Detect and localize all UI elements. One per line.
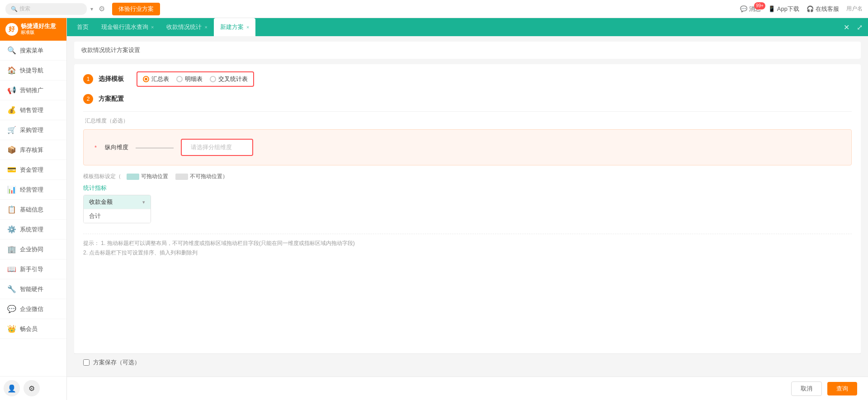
dim-select[interactable]: 请选择分组维度 [181,139,253,156]
indicator-section: 模板指标设定（ 可拖动位置 不可拖动位置） [83,173,852,225]
sidebar-label-collab: 企业协同 [20,245,43,254]
radio-cross-dot [210,76,216,82]
radio-summary-label: 汇总表 [151,75,169,83]
sidebar-label-management: 经营管理 [20,186,43,194]
tab-close-btn[interactable]: ✕ [842,21,851,33]
vertical-dim-label: 纵向维度 [105,143,128,151]
radio-summary-dot [143,76,149,82]
close-new-plan-tab[interactable]: × [246,24,249,30]
basic-icon: 📋 [7,205,16,214]
download-btn[interactable]: 📱 App下载 [768,5,799,13]
tips-section: 提示： 1. 拖动标题栏可以调整布局，不可跨维度或指标区域拖动栏目字段(只能在同… [83,234,852,257]
legend-draggable: 可拖动位置 [127,173,168,180]
template-radio-group: 汇总表 明细表 交叉统计表 [143,75,248,83]
page-header-text: 收款情况统计方案设置 [81,47,140,53]
sidebar-item-search[interactable]: 🔍 搜索菜单 [0,41,66,61]
non-draggable-label: 不可拖动位置） [190,173,228,180]
top-bar: 🔍 搜索 ▾ ⚙ 体验行业方案 💬 消息 99+ 📱 App下载 🎧 在线客服 … [0,0,868,18]
save-label: 方案保存（可选） [93,358,140,367]
sidebar-label-guide: 新手引导 [20,265,43,273]
indicator-col-header-row: 收款金额 ▾ [84,195,151,209]
industry-btn[interactable]: 体验行业方案 [112,3,160,15]
sidebar-item-collab[interactable]: 🏢 企业协同 [0,240,66,259]
support-icon: 🎧 [807,5,814,12]
sidebar-label-basic: 基础信息 [20,206,43,214]
messages-btn[interactable]: 💬 消息 99+ [740,5,761,13]
download-label: App下载 [777,5,799,13]
sidebar-item-guide[interactable]: 📖 新手引导 [0,259,66,279]
sidebar-item-management[interactable]: 📊 经营管理 [0,180,66,200]
user-name[interactable]: 用户名 [846,5,863,13]
dimension-label-text: 汇总维度（必选） [85,118,128,124]
radio-detail[interactable]: 明细表 [176,75,203,83]
tab-cashbank[interactable]: 现金银行流水查询 × [95,18,160,36]
wechat-icon: 💬 [7,305,16,313]
tab-new-plan[interactable]: 新建方案 × [214,18,255,36]
radio-detail-dot [176,76,183,82]
sidebar-label-wechat: 企业微信 [20,305,43,313]
save-checkbox[interactable] [83,359,90,366]
tab-new-plan-label: 新建方案 [220,23,244,31]
indicator-legend: 可拖动位置 不可拖动位置） [127,173,228,180]
dropdown-icon[interactable]: ▾ [90,6,93,12]
sidebar-settings-icon[interactable]: ⚙ [24,380,40,396]
tab-cashbank-label: 现金银行流水查询 [101,23,148,31]
sidebar-item-purchase[interactable]: 🛒 采购管理 [0,120,66,140]
hardware-icon: 🔧 [7,285,16,293]
non-draggable-color-box [175,174,188,180]
tab-collection[interactable]: 收款情况统计 × [160,18,213,36]
radio-cross-label: 交叉统计表 [218,75,248,83]
step1-row: 1 选择模板 汇总表 明细表 [83,71,852,87]
sidebar-label-purchase: 采购管理 [20,126,43,134]
radio-detail-label: 明细表 [185,75,203,83]
step1-circle: 1 [83,74,93,84]
draggable-color-box [127,174,139,180]
footer-bar: 取消 查询 [67,376,868,400]
save-section: 方案保存（可选） [74,353,861,371]
tab-maximize-btn[interactable]: ⤢ [855,21,864,33]
sidebar-item-marketing[interactable]: 📢 营销推广 [0,80,66,100]
sidebar-item-inventory[interactable]: 📦 库存核算 [0,140,66,160]
sidebar-item-basic[interactable]: 📋 基础信息 [0,200,66,220]
radio-summary[interactable]: 汇总表 [143,75,169,83]
sidebar-label-hardware: 智能硬件 [20,285,43,293]
logo-sub: 标准版 [21,29,56,36]
cancel-button[interactable]: 取消 [791,381,822,396]
guide-icon: 📖 [7,265,16,273]
sidebar-item-finance[interactable]: 💳 资金管理 [0,160,66,180]
sidebar: 好 畅捷通好生意 标准版 🔍 搜索菜单 🏠 快捷导航 📢 营销推广 💰 销售管理… [0,18,67,400]
tab-collection-label: 收款情况统计 [166,23,202,31]
settings-icon[interactable]: ⚙ [99,5,105,13]
sidebar-label-search: 搜索菜单 [20,47,43,55]
home-icon: 🏠 [7,66,16,75]
step2-row: 2 方案配置 [83,94,852,104]
sidebar-item-system[interactable]: ⚙️ 系统管理 [0,220,66,240]
sidebar-item-hardware[interactable]: 🔧 智能硬件 [0,279,66,299]
sidebar-label-marketing: 营销推广 [20,86,43,94]
query-button[interactable]: 查询 [827,382,857,395]
content-area: 首页 现金银行流水查询 × 收款情况统计 × 新建方案 × ✕ ⤢ [67,18,868,400]
close-cashbank-tab[interactable]: × [151,24,154,30]
radio-cross[interactable]: 交叉统计表 [210,75,248,83]
template-section: 汇总表 明细表 交叉统计表 [137,71,254,87]
sidebar-label-finance: 资金管理 [20,166,43,174]
indicator-header: 模板指标设定（ 可拖动位置 不可拖动位置） [83,173,852,180]
search-bar[interactable]: 🔍 搜索 [5,3,87,15]
sidebar-label-member: 畅会员 [20,325,38,333]
main-layout: 好 畅捷通好生意 标准版 🔍 搜索菜单 🏠 快捷导航 📢 营销推广 💰 销售管理… [0,18,868,400]
system-icon: ⚙️ [7,225,16,234]
draggable-label: 可拖动位置 [141,173,168,180]
close-collection-tab[interactable]: × [204,24,207,30]
indicator-col-dropdown[interactable]: ▾ [142,199,145,205]
support-btn[interactable]: 🎧 在线客服 [807,5,839,13]
sidebar-item-member[interactable]: 👑 畅会员 [0,319,66,339]
settings-card: 1 选择模板 汇总表 明细表 [74,64,861,353]
sidebar-user-avatar[interactable]: 👤 [4,380,20,396]
sidebar-item-home[interactable]: 🏠 快捷导航 [0,61,66,80]
inventory-icon: 📦 [7,146,16,154]
top-bar-right: 💬 消息 99+ 📱 App下载 🎧 在线客服 用户名 [740,5,863,13]
sidebar-item-sales[interactable]: 💰 销售管理 [0,100,66,120]
sidebar-item-wechat[interactable]: 💬 企业微信 [0,299,66,319]
tab-home[interactable]: 首页 [71,18,95,36]
sidebar-label-system: 系统管理 [20,226,43,234]
